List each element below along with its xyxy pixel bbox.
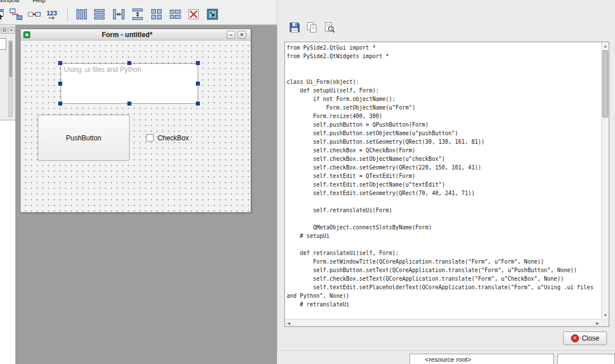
find-button[interactable] xyxy=(322,20,337,35)
layout-vertical-icon xyxy=(93,7,106,21)
minimize-button[interactable]: – xyxy=(227,31,235,39)
textedit-widget[interactable]: Using .ui files and Python xyxy=(61,63,198,104)
scroll-down-arrow-icon[interactable]: ▼ xyxy=(602,312,609,319)
edit-widgets-button[interactable] xyxy=(0,6,7,22)
code-preview-panel: from PySide2.QtGui import * from PySide2… xyxy=(277,0,615,351)
splitter-horizontal-icon xyxy=(112,7,126,21)
resource-side-fragment xyxy=(557,354,615,364)
form-window-icon xyxy=(23,31,30,38)
adjust-size-icon xyxy=(206,7,219,21)
selection-handle-bottom-middle[interactable] xyxy=(127,102,131,106)
save-button[interactable] xyxy=(287,20,302,35)
edit-widgets-icon xyxy=(0,7,6,21)
layout-grid-button[interactable] xyxy=(148,6,164,22)
dock-scrollbar-thumb[interactable] xyxy=(9,42,12,77)
qt-designer-screen: Window Help xyxy=(0,0,615,364)
checkbox-indicator[interactable] xyxy=(146,134,154,141)
edit-tab-order-button[interactable]: 123 xyxy=(45,6,61,22)
form-window[interactable]: Form - untitled* – ✕ Using .ui files and… xyxy=(20,29,251,213)
left-dock-fragment: ✕ xyxy=(0,25,16,364)
form-window-title: Form - untitled* xyxy=(32,29,222,41)
resource-root-label[interactable]: <resource root> xyxy=(425,356,471,363)
window-close-button[interactable]: ✕ xyxy=(238,31,246,39)
layout-vertical-button[interactable] xyxy=(91,6,107,22)
selection-handle-bottom-right[interactable] xyxy=(196,102,200,106)
edit-signals-slots-icon xyxy=(9,7,23,21)
selection-handle-middle-left[interactable] xyxy=(58,82,62,86)
save-icon xyxy=(288,21,301,34)
checkbox-label: CheckBox xyxy=(158,134,189,142)
selection-handle-top-left[interactable] xyxy=(58,61,62,65)
resource-tree-fragment[interactable]: <resource root> xyxy=(409,354,554,364)
selection-handle-top-middle[interactable] xyxy=(127,61,131,65)
close-circle-icon: ✕ xyxy=(571,334,579,342)
copy-icon xyxy=(306,21,318,34)
edit-signals-slots-button[interactable] xyxy=(8,6,24,22)
splitter-vertical-button[interactable] xyxy=(130,6,146,22)
vertical-scrollbar-thumb[interactable] xyxy=(602,50,608,118)
menu-window[interactable]: Window xyxy=(0,0,19,3)
main-toolbar: 123 xyxy=(0,4,278,25)
toolbar-separator xyxy=(67,7,69,21)
close-x-icon: ✕ xyxy=(10,28,13,32)
scroll-left-arrow-icon[interactable]: ◀ xyxy=(285,319,292,327)
edit-tab-order-icon: 123 xyxy=(46,7,59,21)
svg-text:123: 123 xyxy=(47,10,57,17)
edit-buddies-icon xyxy=(27,7,41,21)
close-button-label: Close xyxy=(582,334,600,342)
mdi-area: Form - untitled* – ✕ Using .ui files and… xyxy=(16,25,277,364)
scroll-up-arrow-icon[interactable]: ▲ xyxy=(602,42,609,50)
textedit-placeholder: Using .ui files and Python xyxy=(64,66,141,74)
break-layout-button[interactable] xyxy=(186,6,202,22)
layout-horizontal-icon xyxy=(75,7,89,21)
dock-scrollbar[interactable] xyxy=(9,41,13,117)
checkbox-widget[interactable]: CheckBox xyxy=(146,126,204,149)
code-text[interactable]: from PySide2.QtGui import * from PySide2… xyxy=(285,42,601,319)
layout-form-icon xyxy=(168,7,182,21)
edit-buddies-button[interactable] xyxy=(26,6,42,22)
layout-form-button[interactable] xyxy=(167,6,183,22)
scrollbar-corner xyxy=(601,319,609,326)
form-window-titlebar[interactable]: Form - untitled* – ✕ xyxy=(21,29,251,41)
dialog-close-button[interactable]: ✕ Close xyxy=(563,331,607,345)
layout-horizontal-button[interactable] xyxy=(74,6,90,22)
selection-handle-middle-right[interactable] xyxy=(196,82,200,86)
horizontal-scrollbar[interactable]: ◀ ▶ xyxy=(285,319,601,326)
menu-help[interactable]: Help xyxy=(33,0,46,3)
copy-button[interactable] xyxy=(304,20,319,35)
dock-close-button[interactable]: ✕ xyxy=(8,27,15,34)
selection-handle-top-right[interactable] xyxy=(196,61,200,65)
filter-input-fragment[interactable] xyxy=(0,38,6,50)
scroll-right-arrow-icon[interactable]: ▶ xyxy=(594,319,601,327)
code-editor[interactable]: from PySide2.QtGui import * from PySide2… xyxy=(284,42,609,327)
float-icon xyxy=(3,29,6,31)
dock-float-button[interactable] xyxy=(1,27,7,34)
splitter-horizontal-button[interactable] xyxy=(111,6,127,22)
break-layout-icon xyxy=(187,7,200,21)
splitter-vertical-icon xyxy=(131,7,144,21)
widget-box-fragment xyxy=(0,120,15,364)
find-icon xyxy=(323,21,336,34)
pushbutton-widget[interactable]: PushButton xyxy=(38,115,130,161)
form-canvas[interactable]: Using .ui files and Python PushButton Ch… xyxy=(21,41,251,212)
adjust-size-button[interactable] xyxy=(204,6,220,22)
layout-grid-icon xyxy=(150,7,163,21)
vertical-scrollbar[interactable]: ▲ ▼ xyxy=(601,42,609,319)
selection-handle-bottom-left[interactable] xyxy=(58,102,62,106)
